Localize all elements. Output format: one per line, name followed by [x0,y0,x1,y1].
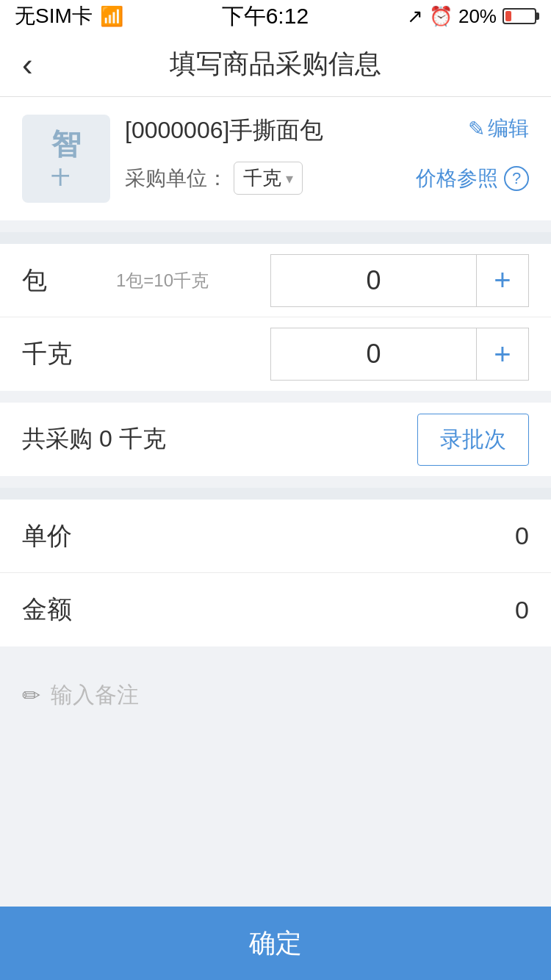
amount-row: 金额 0 [0,573,551,646]
summary-text: 共采购 0 千克 [22,423,166,455]
confirm-label: 确定 [249,926,302,962]
bag-plus-button[interactable]: + [476,254,529,307]
unit-label: 采购单位： [125,165,228,192]
pencil-icon: ✏ [22,682,40,708]
kg-plus-button[interactable]: + [476,328,529,381]
kg-quantity-input[interactable] [270,328,476,381]
product-name-row: [0000006]手撕面包 ✎ 编辑 [125,115,529,147]
bag-label: 包 [22,264,110,298]
alarm-icon: ⏰ [429,5,453,28]
product-name: [0000006]手撕面包 [125,115,323,147]
kg-input-row: 千克 + [0,317,551,391]
amount-value: 0 [515,596,529,624]
carrier-text: 无SIM卡 [15,2,93,30]
bag-input-wrap: + [209,254,529,307]
nav-bar: ‹ 填写商品采购信息 [0,32,551,97]
back-button[interactable]: ‹ [22,46,33,83]
battery-icon [503,8,536,24]
batch-button[interactable]: 录批次 [417,414,529,466]
confirm-button[interactable]: 确定 [0,907,551,980]
battery-percent: 20% [458,5,497,28]
edit-button[interactable]: ✎ 编辑 [468,115,529,143]
kg-input-wrap: + [110,328,529,381]
product-card: 智十 [0000006]手撕面包 ✎ 编辑 采购单位： 千克 ▾ [0,97,551,220]
unit-row: 采购单位： 千克 ▾ 价格参照 ? [125,162,529,195]
help-icon: ? [504,166,529,191]
bag-quantity-input[interactable] [270,254,476,307]
unit-select[interactable]: 千克 ▾ [234,162,303,195]
product-image: 智十 [22,115,110,203]
wifi-icon: 📶 [100,5,123,28]
amount-label: 金额 [22,593,72,627]
edit-icon: ✎ [468,117,485,141]
divider-1 [0,232,551,244]
status-time: 下午6:12 [222,1,309,32]
chevron-down-icon: ▾ [286,170,293,187]
unit-price-label: 单价 [22,519,72,553]
kg-label: 千克 [22,337,110,371]
status-bar: 无SIM卡 📶 下午6:12 ↗ ⏰ 20% [0,0,551,32]
status-left: 无SIM卡 📶 [15,2,123,30]
bag-sub-label: 1包=10千克 [116,269,209,292]
price-ref-button[interactable]: 价格参照 ? [416,165,529,192]
unit-price-value: 0 [515,522,529,550]
remark-placeholder: 输入备注 [51,680,139,710]
bag-input-row: 包 1包=10千克 + [0,244,551,317]
summary-row: 共采购 0 千克 录批次 [0,403,551,476]
product-info: [0000006]手撕面包 ✎ 编辑 采购单位： 千克 ▾ 价格参照 ? [125,115,529,195]
product-logo: 智十 [51,129,81,188]
remark-section[interactable]: ✏ 输入备注 [0,658,551,732]
divider-2 [0,488,551,500]
input-section: 包 1包=10千克 + 千克 + [0,244,551,391]
status-right: ↗ ⏰ 20% [407,5,536,28]
unit-price-row: 单价 0 [0,500,551,573]
location-icon: ↗ [407,5,423,28]
price-section: 单价 0 金额 0 [0,500,551,646]
unit-value: 千克 [243,165,281,191]
edit-label: 编辑 [488,115,529,143]
page-content: 智十 [0000006]手撕面包 ✎ 编辑 采购单位： 千克 ▾ [0,97,551,980]
page-title: 填写商品采购信息 [170,46,381,82]
price-ref-label: 价格参照 [416,165,498,192]
